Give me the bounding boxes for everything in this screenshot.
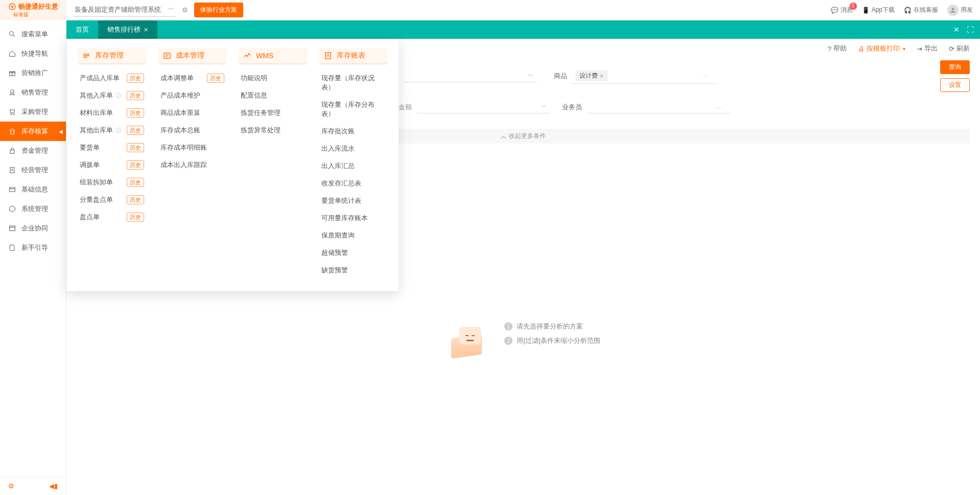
mega-menu-item[interactable]: 可用量库存账本	[319, 209, 388, 227]
mega-menu-item[interactable]: 库存成本明细账	[158, 139, 227, 156]
settings-button[interactable]: 设置	[940, 78, 970, 92]
close-icon[interactable]: ✕	[144, 27, 148, 33]
remove-tag-icon[interactable]: ×	[600, 73, 603, 80]
mega-menu-item[interactable]: 超储预警	[319, 244, 388, 262]
mega-menu-item[interactable]: 库存批次账	[319, 123, 388, 140]
mega-item-label: 现存量（库存分布表）	[321, 100, 386, 119]
mega-menu-item[interactable]: 拣货异常处理	[239, 122, 307, 139]
fullscreen-icon[interactable]: ⛶	[967, 26, 974, 34]
mega-column: 成本管理成本调整单历史产品成本维护商品成本重算库存成本总账库存成本明细账成本出入…	[152, 48, 233, 279]
category-icon	[323, 51, 333, 60]
print-icon: 🖨	[858, 45, 865, 53]
collapse-icon: ︽	[501, 132, 507, 140]
sidebar-item[interactable]: 快捷导航	[0, 44, 66, 63]
tab[interactable]: 销售排行榜✕	[98, 20, 157, 39]
history-tag[interactable]: 历史	[127, 143, 144, 152]
mega-item-label: 盘点单	[80, 213, 100, 222]
sidebar-item[interactable]: 新手引导	[0, 238, 66, 257]
settings-icon[interactable]: ⚙	[182, 6, 188, 14]
mega-menu-item[interactable]: 出入库流水	[319, 140, 388, 157]
mega-menu-item[interactable]: 成本调整单历史	[158, 69, 227, 87]
mega-item-label: 现存量（库存状况表）	[321, 74, 386, 92]
sidebar-item[interactable]: 营销推广	[0, 63, 66, 83]
history-tag[interactable]: 历史	[127, 74, 144, 83]
amount-select[interactable]: ﹀	[417, 101, 550, 113]
mega-menu-item[interactable]: 产成品入库单历史	[78, 69, 146, 87]
biz-label: 业务员	[562, 103, 582, 112]
info-icon: ⓘ	[114, 127, 121, 133]
more-icon[interactable]: ···	[697, 72, 712, 80]
sidebar-item[interactable]: 系统管理	[0, 199, 66, 219]
mega-menu-item[interactable]: 其他出库单 ⓘ历史	[78, 122, 146, 139]
sidebar-item[interactable]: 库存核算	[0, 122, 66, 141]
topbar: 装备及固定资产辅助管理系统 ﹀ ⚙ 体验行业方案 💬 消息 6 📱 App下载 …	[66, 0, 980, 20]
mega-menu-item[interactable]: 现存量（库存状况表）	[319, 69, 388, 96]
mega-menu-item[interactable]: 调拨单历史	[78, 156, 146, 174]
mega-menu-item[interactable]: 要货单历史	[78, 139, 146, 156]
mega-menu-item[interactable]: 缺货预警	[319, 262, 388, 279]
refresh-link[interactable]: ⟳刷新	[949, 44, 970, 53]
mega-menu-item[interactable]: 现存量（库存分布表）	[319, 96, 388, 123]
print-link[interactable]: 🖨按模板打印▾	[858, 44, 905, 53]
more-icon[interactable]: ···	[712, 103, 727, 111]
collapse-label: 收起更多条件	[509, 132, 546, 140]
mega-menu-item[interactable]: 要货单统计表	[319, 192, 388, 209]
tab[interactable]: 首页	[66, 20, 98, 39]
sidebar-item[interactable]: 采购管理	[0, 102, 66, 122]
mega-menu-item[interactable]: 配置信息	[239, 87, 307, 104]
sidebar-item[interactable]: 基础信息	[0, 180, 66, 199]
svg-rect-19	[164, 53, 170, 59]
gear-icon[interactable]: ⚙	[8, 482, 14, 490]
mega-item-label: 成本调整单	[160, 74, 194, 83]
sidebar-item[interactable]: 资金管理	[0, 141, 66, 160]
mega-menu-item[interactable]: 出入库汇总	[319, 157, 388, 175]
mega-menu-item[interactable]: 库存成本总账	[158, 122, 227, 139]
mega-menu-item[interactable]: 保质期查询	[319, 227, 388, 244]
unknown-select[interactable]: ﹀	[404, 70, 536, 82]
biz-select[interactable]: ···	[587, 101, 730, 113]
sidebar-item[interactable]: 搜索菜单	[0, 25, 66, 44]
history-tag[interactable]: 历史	[127, 160, 144, 170]
history-tag[interactable]: 历史	[127, 126, 144, 135]
trial-button[interactable]: 体验行业方案	[194, 3, 243, 17]
sidebar-item[interactable]: 销售管理	[0, 83, 66, 102]
mega-item-label: 调拨单	[80, 160, 100, 170]
collapse-sidebar-icon[interactable]: ◀▮	[49, 482, 58, 490]
mega-item-label: 拣货异常处理	[241, 126, 281, 135]
mega-menu-item[interactable]: 分量盘点单历史	[78, 191, 146, 208]
export-icon: ⇥	[917, 45, 922, 53]
mega-menu-item[interactable]: 产品成本维护	[158, 87, 227, 104]
mega-menu-item[interactable]: 商品成本重算	[158, 104, 227, 122]
mega-menu-item[interactable]: 组装拆卸单历史	[78, 174, 146, 191]
mega-menu-item[interactable]: 材料出库单历史	[78, 104, 146, 122]
help-link[interactable]: ?帮助	[828, 44, 847, 53]
mega-menu-item[interactable]: 成本出入库跟踪	[158, 156, 227, 174]
export-link[interactable]: ⇥导出	[917, 44, 938, 53]
messages-link[interactable]: 💬 消息 6	[831, 6, 853, 14]
mega-menu-item[interactable]: 其他入库单 ⓘ历史	[78, 87, 146, 104]
app-download-link[interactable]: 📱 App下载	[862, 6, 895, 14]
support-link[interactable]: 🎧 在线客服	[904, 6, 938, 14]
mega-menu-item[interactable]: 功能说明	[239, 69, 307, 87]
sidebar-item[interactable]: 企业协同	[0, 219, 66, 238]
history-tag[interactable]: 历史	[127, 91, 144, 100]
close-all-icon[interactable]: ✕	[953, 26, 960, 34]
book-icon	[8, 244, 16, 252]
system-select[interactable]: 装备及固定资产辅助管理系统 ﹀	[74, 3, 176, 17]
mega-menu-item[interactable]: 拣货任务管理	[239, 104, 307, 122]
mega-menu-item[interactable]: 盘点单历史	[78, 208, 146, 226]
history-tag[interactable]: 历史	[127, 195, 144, 204]
sidebar-item[interactable]: 经营管理	[0, 160, 66, 180]
mega-menu-item[interactable]: 收发存汇总表	[319, 175, 388, 192]
history-tag[interactable]: 历史	[207, 74, 224, 83]
sidebar-item-label: 库存核算	[21, 127, 48, 136]
history-tag[interactable]: 历史	[127, 108, 144, 117]
goods-select[interactable]: 设计费× ···	[572, 68, 715, 84]
query-button[interactable]: 查询	[940, 60, 970, 74]
user-menu[interactable]: 用友	[947, 5, 973, 16]
card-icon	[8, 185, 16, 194]
goods-tag[interactable]: 设计费×	[575, 70, 608, 81]
history-tag[interactable]: 历史	[127, 213, 144, 222]
chat-icon: 💬	[831, 7, 838, 14]
history-tag[interactable]: 历史	[127, 178, 144, 187]
